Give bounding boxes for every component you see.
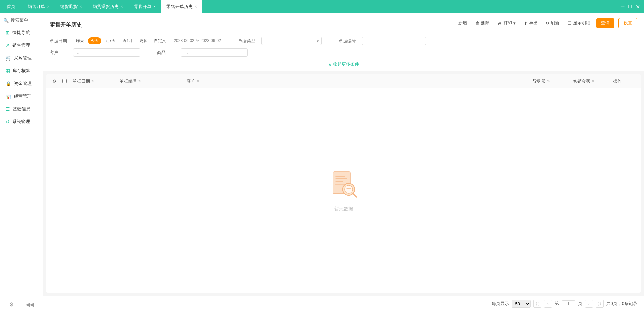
- sidebar-search-label: 搜索菜单: [11, 17, 28, 23]
- minimize-icon[interactable]: ─: [621, 4, 624, 10]
- export-label: 导出: [529, 20, 538, 26]
- sys-mgmt-icon: ↺: [6, 119, 10, 124]
- th-settings[interactable]: ⚙: [50, 79, 60, 84]
- date-options: 昨天 今天 近7天 近1月 更多 自定义: [73, 37, 169, 44]
- svg-rect-2: [335, 178, 347, 179]
- tab-sales-return[interactable]: 销货退货 ×: [55, 0, 87, 13]
- sidebar-item-sys-mgmt-label: 系统管理: [12, 119, 30, 125]
- th-amount[interactable]: 实销金额 ⇅: [570, 78, 610, 84]
- close-retail-order-history-icon[interactable]: ×: [195, 4, 197, 9]
- settings-button[interactable]: 设置: [618, 18, 637, 28]
- table-header: ⚙ 单据日期 ⇅ 单据编号 ⇅ 客户 ⇅ 导购员: [46, 74, 641, 88]
- delete-button[interactable]: 🗑 删除: [473, 19, 492, 28]
- date-opt-yesterday[interactable]: 昨天: [73, 37, 87, 44]
- svg-point-6: [345, 185, 353, 193]
- table-area: ⚙ 单据日期 ⇅ 单据编号 ⇅ 客户 ⇅ 导购员: [46, 74, 641, 293]
- collapse-btn[interactable]: ∧ 收起更多条件: [328, 61, 359, 67]
- close-window-icon[interactable]: ✕: [636, 4, 640, 10]
- search-icon: 🔍: [3, 18, 9, 23]
- sidebar-collapse-icon[interactable]: ◀◀: [26, 301, 34, 308]
- date-label: 单据日期: [50, 38, 70, 44]
- purchase-mgmt-icon: 🛒: [6, 55, 11, 61]
- svg-line-7: [353, 193, 356, 197]
- close-sales-order-icon[interactable]: ×: [47, 4, 49, 9]
- sidebar-search[interactable]: 🔍 搜索菜单: [0, 13, 43, 26]
- page-next-btn[interactable]: ﹥: [585, 300, 593, 308]
- add-button[interactable]: ＋ + 新增: [447, 19, 469, 28]
- sales-mgmt-icon: ↗: [6, 43, 10, 48]
- print-icon: 🖨: [498, 21, 502, 26]
- column-settings-icon[interactable]: ⚙: [52, 79, 56, 84]
- sidebar-item-operation-mgmt[interactable]: 📊 经营管理: [0, 90, 43, 103]
- add-label: + 新增: [455, 20, 467, 26]
- date-opt-7days[interactable]: 近7天: [103, 37, 118, 44]
- sidebar-item-basic-info[interactable]: ☰ 基础信息: [0, 103, 43, 115]
- print-dropdown-icon: ▾: [513, 21, 516, 26]
- customer-input[interactable]: [73, 48, 140, 57]
- sidebar-item-finance[interactable]: 🔒 资金管理: [0, 77, 43, 90]
- sidebar-item-sys-mgmt[interactable]: ↺ 系统管理: [0, 115, 43, 128]
- sidebar-settings-icon[interactable]: ⚙: [9, 301, 14, 308]
- tab-retail-order-label: 零售开单: [134, 4, 151, 10]
- th-customer-label: 客户: [187, 78, 195, 84]
- page-suffix-label: 页: [578, 301, 582, 307]
- th-number[interactable]: 单据编号 ⇅: [117, 78, 184, 84]
- sidebar-item-inventory-label: 库存核算: [13, 68, 30, 74]
- tab-retail-order[interactable]: 零售开单 ×: [129, 0, 161, 13]
- goods-label: 商品: [157, 50, 177, 56]
- th-date[interactable]: 单据日期 ⇅: [70, 78, 117, 84]
- collapse-up-icon: ∧: [328, 62, 332, 67]
- sort-date-icon: ⇅: [91, 79, 94, 83]
- sidebar-item-quick-nav[interactable]: ⊞ 快捷导航: [0, 26, 43, 39]
- doc-num-input[interactable]: [362, 37, 426, 45]
- export-button[interactable]: ⬆ 导出: [522, 19, 540, 28]
- tab-sales-return-history[interactable]: 销货退货历史 ×: [87, 0, 129, 13]
- date-opt-more[interactable]: 更多: [137, 37, 150, 44]
- display-button[interactable]: ☐ 显示明细: [565, 19, 592, 28]
- th-amount-label: 实销金额: [573, 78, 590, 84]
- basic-info-icon: ☰: [6, 106, 10, 112]
- tab-home[interactable]: 首页: [0, 0, 22, 13]
- doc-type-label: 单据类型: [238, 38, 258, 44]
- maximize-icon[interactable]: □: [628, 4, 632, 10]
- settings-label: 设置: [624, 20, 632, 26]
- per-page-select[interactable]: 50 100 200: [512, 300, 531, 308]
- sidebar-item-purchase-mgmt[interactable]: 🛒 采购管理: [0, 52, 43, 64]
- page-first-btn[interactable]: ⟨⟨: [533, 300, 541, 308]
- print-label: 打印: [503, 20, 512, 26]
- svg-rect-4: [335, 184, 345, 185]
- close-retail-order-icon[interactable]: ×: [153, 4, 156, 9]
- doc-num-label: 单据编号: [339, 38, 359, 44]
- print-button[interactable]: 🖨 打印 ▾: [496, 19, 518, 28]
- refresh-button[interactable]: ↺ 刷新: [544, 19, 561, 28]
- query-button[interactable]: 查询: [596, 18, 614, 28]
- tab-retail-order-history[interactable]: 零售开单历史 ×: [161, 0, 202, 13]
- sidebar-item-sales-mgmt[interactable]: ↗ 销售管理: [0, 39, 43, 52]
- page-prev-btn[interactable]: ﹤: [544, 300, 552, 308]
- th-number-label: 单据编号: [119, 78, 137, 84]
- th-checkbox[interactable]: [60, 79, 70, 83]
- date-opt-today[interactable]: 今天: [88, 37, 101, 44]
- date-opt-custom[interactable]: 自定义: [151, 37, 169, 44]
- page-last-btn[interactable]: ⟩⟩: [596, 300, 604, 308]
- tab-retail-order-history-label: 零售开单历史: [166, 4, 193, 10]
- customer-label: 客户: [50, 50, 70, 56]
- th-action: 操作: [610, 78, 637, 84]
- tab-sales-order-label: 销售订单: [28, 4, 45, 10]
- delete-icon: 🗑: [475, 21, 480, 26]
- filter-area: 单据日期 昨天 今天 近7天 近1月 更多 自定义 2023-06-02 至 2…: [43, 32, 644, 71]
- tab-sales-order[interactable]: 销售订单 ×: [22, 0, 55, 13]
- select-all-checkbox[interactable]: [62, 79, 67, 83]
- sidebar-item-inventory[interactable]: ▦ 库存核算: [0, 64, 43, 77]
- th-guide[interactable]: 导购员 ⇅: [530, 78, 570, 84]
- total-info: 共0页，0条记录: [606, 301, 637, 307]
- close-sales-return-history-icon[interactable]: ×: [121, 4, 123, 9]
- page-number-input[interactable]: [562, 300, 575, 307]
- goods-input[interactable]: [181, 48, 248, 57]
- close-sales-return-icon[interactable]: ×: [80, 4, 82, 9]
- sidebar-item-finance-label: 资金管理: [14, 81, 32, 87]
- th-customer[interactable]: 客户 ⇅: [184, 78, 530, 84]
- th-date-label: 单据日期: [72, 78, 90, 84]
- date-opt-1month[interactable]: 近1月: [120, 37, 136, 44]
- doc-type-select[interactable]: [261, 37, 322, 45]
